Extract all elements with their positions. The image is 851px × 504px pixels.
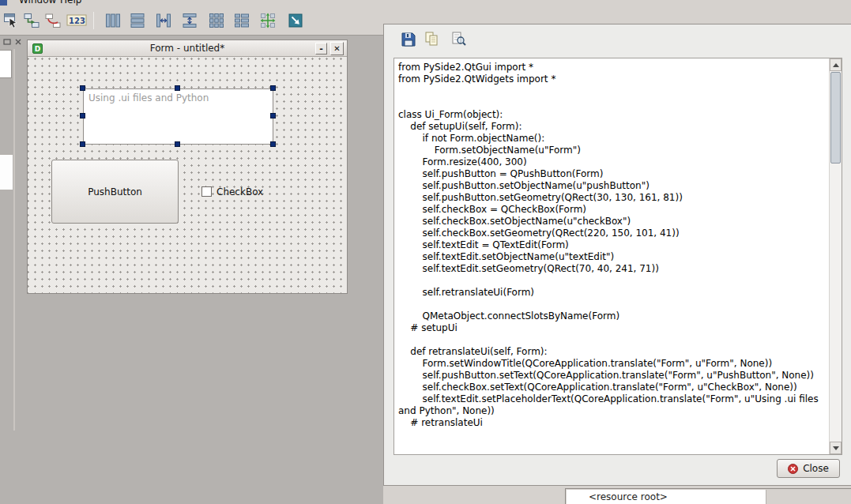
selection-handle-se[interactable] [270,141,276,147]
edit-signals-slots-icon [23,12,40,29]
scrollbar-thumb[interactable] [830,72,841,164]
selection-handle-sw[interactable] [80,141,85,147]
selection-handle-s[interactable] [175,141,180,147]
menu-window[interactable]: Window [19,0,56,6]
edit-widgets-icon [2,12,20,29]
textedit-widget[interactable]: Using .ui files and Python [83,88,273,145]
menu-help[interactable]: Help [60,0,81,6]
form-minimize-button[interactable]: - [315,43,327,55]
adjust-size-icon [287,12,304,29]
layout-horizontal-icon [104,12,122,29]
resource-browser: <resource root> [565,488,851,504]
layout-grid-button[interactable] [206,10,227,31]
arrow-up-icon [833,63,839,67]
panel-splitter-handle[interactable] [13,49,15,431]
layout-vertical-splitter-button[interactable] [179,10,200,31]
scroll-down-button[interactable] [830,442,842,454]
code-viewer-dialog: from PySide2.QtGui import * from PySide2… [383,24,851,486]
form-icon-letter: D [35,45,40,53]
find-button[interactable] [449,29,469,50]
adjust-size-button[interactable] [285,10,306,31]
layout-grid-icon [208,12,225,29]
edit-buddies-icon [44,12,62,29]
form-window-icon: D [32,43,43,54]
checkbox-label: CheckBox [217,186,263,197]
checkbox-widget[interactable]: CheckBox [201,175,281,208]
edit-buddies-button[interactable] [43,10,63,31]
mdi-area: D Form - untitled* - ✕ Using .ui files a… [0,36,383,504]
menu-bar: Window Help [0,0,851,6]
selection-handle-n[interactable] [175,85,180,91]
code-content: from PySide2.QtGui import * from PySide2… [398,62,827,453]
layout-vertical-splitter-icon [181,12,198,29]
pushbutton-label: PushButton [88,186,142,197]
checkbox-indicator[interactable] [201,186,212,197]
selection-handle-e[interactable] [270,113,276,118]
find-icon [450,31,468,48]
form-window-titlebar[interactable]: D Form - untitled* - ✕ [28,40,347,57]
application-window: Window Help [0,0,851,504]
resource-list: <resource root> [567,490,766,504]
edit-tab-order-icon: 123 [66,12,87,29]
layout-horizontal-button[interactable] [103,10,123,31]
widgetbox-list-edge [0,154,13,190]
layout-form-button[interactable] [232,10,252,31]
scroll-up-button[interactable] [830,58,842,71]
close-red-icon [788,464,798,474]
layout-vertical-button[interactable] [127,10,148,31]
tab-order-digits: 123 [69,17,85,25]
edit-widgets-button[interactable] [1,10,21,31]
save-icon [400,31,417,48]
edit-signals-slots-button[interactable] [21,10,42,31]
form-window: D Form - untitled* - ✕ Using .ui files a… [27,39,348,294]
copy-button[interactable] [422,29,442,50]
break-layout-button[interactable] [258,10,278,31]
save-button[interactable] [398,29,419,50]
dock-float-button[interactable] [2,37,12,47]
resource-root-item[interactable]: <resource root> [567,490,766,502]
dock-close-button[interactable] [13,37,23,47]
layout-vertical-icon [129,12,146,29]
close-button-label: Close [803,463,829,474]
widgetbox-filter-edge [0,50,12,78]
selection-handle-nw[interactable] [80,85,85,91]
break-layout-icon [259,12,277,29]
form-window-title: Form - untitled* [150,43,224,54]
pushbutton-widget[interactable]: PushButton [51,160,179,224]
dock-close-icon [13,37,23,47]
layout-form-icon [233,12,250,29]
edit-tab-order-button[interactable]: 123 [65,10,88,31]
copy-icon [424,31,441,48]
toolbar-separator [93,12,94,29]
arrow-down-icon [833,446,839,450]
selection-handle-w[interactable] [80,113,85,118]
form-canvas[interactable]: Using .ui files and Python PushButton Ch… [28,57,347,293]
selection-handle-ne[interactable] [270,85,276,91]
close-button[interactable]: Close [777,459,840,478]
form-close-button[interactable]: ✕ [330,42,344,55]
layout-horizontal-splitter-icon [155,12,172,29]
textedit-placeholder: Using .ui files and Python [88,92,209,103]
code-vscrollbar[interactable] [829,58,842,454]
layout-horizontal-splitter-button[interactable] [153,10,174,31]
code-area: from PySide2.QtGui import * from PySide2… [393,58,842,455]
dock-float-icon [2,37,12,47]
